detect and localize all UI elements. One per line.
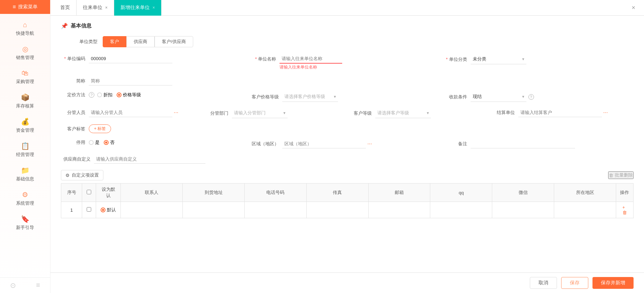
- unit-category-label: 单位分类: [443, 56, 471, 63]
- row-checkbox[interactable]: [87, 207, 91, 212]
- custom-settings-button[interactable]: ⚙ 自定义项设置: [61, 170, 103, 180]
- radio-disable-yes[interactable]: 是: [89, 139, 100, 146]
- add-tag-button[interactable]: + 标签: [89, 124, 111, 133]
- unit-category-chevron: ▾: [522, 57, 524, 62]
- manager-field: 分管人员 ···: [61, 108, 204, 117]
- sidebar-item-sales[interactable]: ◎ 销售管理: [0, 41, 50, 65]
- cell-email[interactable]: [368, 202, 430, 218]
- address-input[interactable]: [186, 207, 241, 213]
- remark-input[interactable]: [471, 139, 575, 148]
- tab-contacts-close[interactable]: ×: [105, 5, 108, 10]
- sidebar-item-new-guide[interactable]: 🔖 新手引导: [0, 211, 50, 235]
- settlement-more-icon[interactable]: ···: [602, 109, 609, 116]
- unit-category-field: 单位分类 未分类 ▾: [443, 54, 634, 64]
- default-radio-circle: [101, 207, 105, 212]
- sidebar-item-basic-info[interactable]: 📁 基础信息: [0, 162, 50, 186]
- region-more-icon[interactable]: ···: [366, 141, 373, 147]
- batch-delete-label: 批量删除: [615, 172, 633, 178]
- col-contact: 联系人: [121, 184, 183, 202]
- fax-input[interactable]: [310, 207, 365, 213]
- customer-price-select[interactable]: 请选择客户价格等级 ▾: [282, 92, 338, 102]
- window-close-icon[interactable]: ×: [626, 4, 641, 11]
- region-label: 区域（地区）: [252, 141, 282, 147]
- dept-field: 分管部门 请输入分管部门 ▾: [204, 108, 347, 118]
- radio-discount[interactable]: 折扣: [97, 92, 112, 98]
- tab-contacts[interactable]: 往来单位 ×: [77, 0, 114, 16]
- unit-type-row: 单位类型 客户 供应商 客户/供应商: [61, 36, 634, 47]
- manager-more-icon[interactable]: ···: [172, 109, 180, 116]
- sidebar-bottom-icon-2[interactable]: ≡: [36, 281, 40, 290]
- radio-discount-label: 折扣: [103, 92, 112, 98]
- save-new-button[interactable]: 保存并新增: [592, 277, 634, 289]
- dept-select[interactable]: 请输入分管部门 ▾: [232, 108, 288, 118]
- contacts-table: 序号 设为默认 联系人 到货地址 电话号码 传真 邮箱 qq 微信 所在地区 操…: [61, 183, 634, 218]
- short-name-input[interactable]: [89, 76, 172, 86]
- unit-name-input[interactable]: [280, 54, 342, 64]
- cell-fax[interactable]: [306, 202, 368, 218]
- payment-terms-label: 收款条件: [443, 94, 471, 100]
- tab-contacts-label: 往来单位: [83, 5, 102, 11]
- payment-help-icon[interactable]: ?: [528, 94, 534, 100]
- cancel-button[interactable]: 取消: [530, 277, 557, 289]
- sidebar-item-system[interactable]: ⚙ 系统管理: [0, 186, 50, 211]
- settlement-input[interactable]: [518, 108, 602, 117]
- radio-grade[interactable]: 价格等级: [117, 92, 141, 98]
- cell-address[interactable]: [183, 202, 245, 218]
- table-controls: ⚙ 自定义项设置 🗑 批量删除: [61, 170, 634, 180]
- save-button[interactable]: 保存: [561, 277, 588, 289]
- unit-code-input[interactable]: [89, 54, 172, 63]
- cell-region[interactable]: [554, 202, 616, 218]
- sidebar-search-bar[interactable]: ≡ 搜索菜单: [0, 0, 50, 14]
- payment-terms-select[interactable]: 现结 ▾: [471, 92, 526, 102]
- payment-terms-field: 收款条件 现结 ▾ ?: [443, 92, 634, 102]
- sidebar-item-label: 库存核算: [16, 103, 34, 109]
- col-seq: 序号: [61, 184, 82, 202]
- contact-input[interactable]: [124, 207, 179, 213]
- radio-no-circle: [104, 140, 109, 145]
- region-input[interactable]: [282, 139, 366, 148]
- phone-input[interactable]: [248, 207, 303, 213]
- cell-contact[interactable]: [121, 202, 183, 218]
- col-email: 邮箱: [368, 184, 430, 202]
- batch-delete-button[interactable]: 🗑 批量删除: [608, 171, 634, 179]
- type-btn-supplier[interactable]: 供应商: [126, 36, 155, 47]
- row-region-input[interactable]: [558, 207, 612, 213]
- sidebar-item-inventory[interactable]: 📦 库存核算: [0, 89, 50, 113]
- pricing-method-field: 定价方法 ? 折扣 价格等级: [61, 92, 252, 98]
- select-all-checkbox[interactable]: [87, 190, 91, 194]
- add-row-icon[interactable]: +: [622, 205, 625, 210]
- disable-label: 停用: [61, 139, 89, 146]
- sidebar-item-finance[interactable]: 💰 资金管理: [0, 113, 50, 138]
- wechat-input[interactable]: [496, 207, 550, 213]
- manager-input[interactable]: [89, 108, 172, 117]
- cell-qq[interactable]: [430, 202, 492, 218]
- sidebar-item-quick-nav[interactable]: ⌂ 快捷导航: [0, 17, 50, 41]
- cell-wechat[interactable]: [492, 202, 554, 218]
- tab-new-contact[interactable]: 新增往来单位 ×: [114, 0, 162, 16]
- radio-disable-no[interactable]: 否: [104, 139, 115, 146]
- form-area: 📌 基本信息 单位类型 客户 供应商 客户/供应商 单位编码 单位名称 请输入往…: [50, 16, 644, 272]
- tab-home-label: 首页: [60, 5, 70, 11]
- sidebar-item-operations[interactable]: 📋 经营管理: [0, 138, 50, 162]
- dept-label: 分管部门: [204, 110, 232, 116]
- type-btn-both[interactable]: 客户/供应商: [155, 36, 193, 47]
- col-phone: 电话号码: [245, 184, 307, 202]
- unit-category-select[interactable]: 未分类 ▾: [471, 54, 526, 64]
- supplier-custom-input[interactable]: [94, 155, 205, 164]
- email-input[interactable]: [372, 207, 427, 213]
- pricing-help-icon[interactable]: ?: [89, 92, 94, 98]
- type-btn-customer[interactable]: 客户: [103, 36, 126, 47]
- sidebar-item-purchase[interactable]: 🛍 采购管理: [0, 65, 50, 89]
- cell-phone[interactable]: [245, 202, 307, 218]
- delete-row-icon[interactable]: 🗑: [622, 210, 627, 215]
- new-guide-icon: 🔖: [21, 215, 30, 223]
- row-default-radio[interactable]: 默认: [100, 207, 117, 213]
- cell-seq: 1: [61, 202, 82, 218]
- tab-home[interactable]: 首页: [54, 0, 77, 16]
- sidebar-bottom-icon-1[interactable]: ⊙: [10, 281, 16, 290]
- col-default: 设为默认: [96, 184, 121, 202]
- basic-info-icon: 📁: [21, 166, 30, 174]
- qq-input[interactable]: [434, 207, 488, 213]
- tab-new-contact-close[interactable]: ×: [152, 5, 155, 10]
- customer-level-select[interactable]: 请选择客户等级 ▾: [375, 108, 431, 118]
